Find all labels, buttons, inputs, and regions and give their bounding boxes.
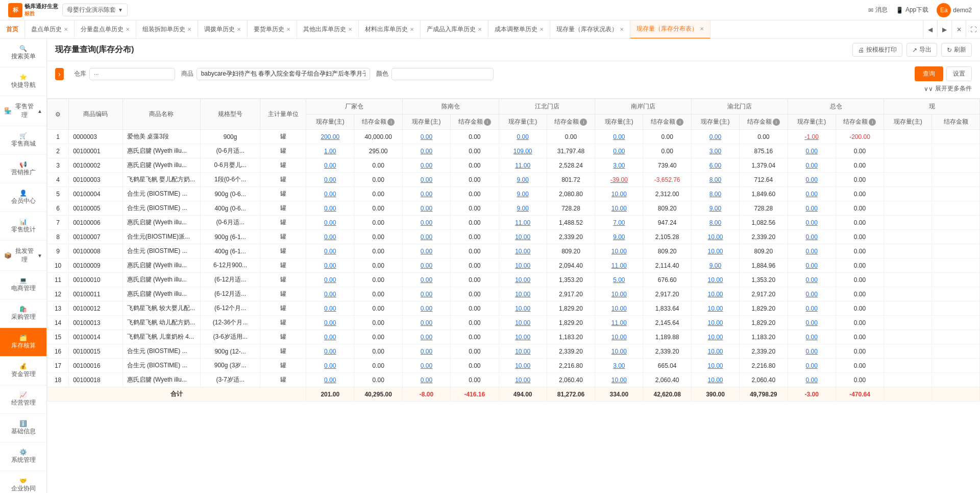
cell-jiangbei-stock[interactable]: 10.00	[499, 273, 547, 287]
cell-yubei-stock[interactable]: 8.00	[692, 216, 740, 230]
cell-yubei-stock[interactable]: 6.00	[692, 158, 740, 173]
cell-chennan-stock[interactable]: 0.00	[403, 144, 451, 158]
info-icon-nanan[interactable]: i	[676, 119, 683, 126]
tab-cost-adjust[interactable]: 成本调整单历史 ✕	[488, 20, 550, 39]
cell-nanan-stock[interactable]: 10.00	[595, 344, 643, 359]
cell-jiangbei-stock[interactable]: 109.00	[499, 144, 547, 158]
cell-factory-stock[interactable]: 0.00	[306, 230, 354, 244]
sidebar-item-inventory[interactable]: 🗂️ 库存核算	[0, 328, 46, 357]
cell-yubei-stock[interactable]: 9.00	[692, 259, 740, 273]
cell-jiangbei-stock[interactable]: 9.00	[499, 173, 547, 187]
tab-transfer[interactable]: 调拨单历史 ✕	[198, 20, 248, 39]
nav-maximize-btn[interactable]: ⛶	[966, 20, 980, 39]
cell-nanan-stock[interactable]: 10.00	[595, 287, 643, 301]
cell-total-stock[interactable]: 0.00	[788, 287, 836, 301]
cell-chennan-stock[interactable]: 0.00	[403, 201, 451, 216]
user-area[interactable]: Ea demo2	[937, 3, 972, 17]
cell-total-stock[interactable]: 0.00	[788, 259, 836, 273]
nav-close-btn[interactable]: ✕	[951, 20, 966, 39]
cell-chennan-stock[interactable]: 0.00	[403, 173, 451, 187]
cell-total-stock[interactable]: 0.00	[788, 373, 836, 387]
cell-chennan-stock[interactable]: 0.00	[403, 244, 451, 259]
tab-home[interactable]: 首页	[0, 20, 25, 39]
sidebar-item-system[interactable]: ⚙️ 系统管理	[0, 442, 46, 471]
cell-jiangbei-stock[interactable]: 10.00	[499, 301, 547, 316]
cell-jiangbei-stock[interactable]: 11.00	[499, 158, 547, 173]
message-btn[interactable]: ✉ 消息	[868, 6, 888, 14]
close-icon[interactable]: ✕	[237, 27, 241, 32]
nav-next-btn[interactable]: ▶	[937, 20, 951, 39]
cell-chennan-stock[interactable]: 0.00	[403, 158, 451, 173]
sidebar-item-finance[interactable]: 💰 资金管理	[0, 357, 46, 385]
cell-chennan-stock[interactable]: 0.00	[403, 216, 451, 230]
cell-factory-stock[interactable]: 1.00	[306, 144, 354, 158]
cell-total-stock[interactable]: 0.00	[788, 316, 836, 330]
cell-nanan-stock[interactable]: 11.00	[595, 316, 643, 330]
tab-assembly[interactable]: 组装拆卸单历史 ✕	[136, 20, 198, 39]
info-icon-total[interactable]: i	[869, 119, 876, 126]
tab-partial-count[interactable]: 分量盘点单历史 ✕	[75, 20, 136, 39]
cell-chennan-stock[interactable]: 0.00	[403, 373, 451, 387]
cell-nanan-stock[interactable]: 10.00	[595, 201, 643, 216]
close-icon[interactable]: ✕	[348, 27, 352, 32]
cell-jiangbei-stock[interactable]: 10.00	[499, 259, 547, 273]
nav-prev-btn[interactable]: ◀	[923, 20, 937, 39]
tab-inventory-count[interactable]: 盘点单历史 ✕	[25, 20, 75, 39]
cell-chennan-stock[interactable]: 0.00	[403, 344, 451, 359]
th-settings[interactable]: ⚙	[47, 99, 69, 130]
tab-requisition[interactable]: 要货单历史 ✕	[248, 20, 297, 39]
cell-chennan-stock[interactable]: 0.00	[403, 287, 451, 301]
sidebar-item-marketing[interactable]: 📢 营销推广	[0, 155, 46, 183]
warehouse-input[interactable]	[89, 68, 175, 80]
cell-chennan-stock[interactable]: 0.00	[403, 316, 451, 330]
cell-chennan-stock[interactable]: 0.00	[403, 273, 451, 287]
close-icon[interactable]: ✕	[126, 27, 130, 32]
cell-jiangbei-stock[interactable]: 10.00	[499, 244, 547, 259]
cell-factory-stock[interactable]: 0.00	[306, 259, 354, 273]
cell-total-stock[interactable]: -1.00	[788, 130, 836, 144]
app-download-btn[interactable]: 📱 App下载	[896, 6, 928, 14]
cell-factory-stock[interactable]: 0.00	[306, 359, 354, 373]
cell-factory-stock[interactable]: 0.00	[306, 173, 354, 187]
close-icon[interactable]: ✕	[540, 27, 544, 32]
cell-yubei-stock[interactable]: 0.00	[692, 130, 740, 144]
cell-nanan-stock[interactable]: 0.00	[595, 144, 643, 158]
cell-yubei-stock[interactable]: 8.00	[692, 187, 740, 201]
tab-other-out[interactable]: 其他出库单历史 ✕	[297, 20, 359, 39]
cell-total-stock[interactable]: 0.00	[788, 187, 836, 201]
cell-total-stock[interactable]: 0.00	[788, 244, 836, 259]
info-icon-jiangbei[interactable]: i	[580, 119, 587, 126]
cell-factory-stock[interactable]: 0.00	[306, 216, 354, 230]
cell-total-stock[interactable]: 0.00	[788, 144, 836, 158]
cell-nanan-stock[interactable]: 10.00	[595, 330, 643, 344]
cell-chennan-stock[interactable]: 0.00	[403, 230, 451, 244]
refresh-btn[interactable]: ↻ 刷新	[941, 43, 972, 57]
info-icon-yubei[interactable]: i	[773, 119, 780, 126]
cell-nanan-stock[interactable]: 10.00	[595, 373, 643, 387]
tab-material-out[interactable]: 材料出库单历史 ✕	[359, 20, 421, 39]
cell-yubei-stock[interactable]: 10.00	[692, 330, 740, 344]
cell-nanan-stock[interactable]: 10.00	[595, 244, 643, 259]
cell-jiangbei-stock[interactable]: 0.00	[499, 130, 547, 144]
cell-total-stock[interactable]: 0.00	[788, 158, 836, 173]
close-icon[interactable]: ✕	[700, 26, 704, 32]
close-icon[interactable]: ✕	[620, 27, 624, 32]
cell-jiangbei-stock[interactable]: 10.00	[499, 344, 547, 359]
cell-chennan-stock[interactable]: 0.00	[403, 187, 451, 201]
cell-yubei-stock[interactable]: 10.00	[692, 244, 740, 259]
cell-total-stock[interactable]: 0.00	[788, 173, 836, 187]
sidebar-item-retail-mall[interactable]: 🛒 零售商城	[0, 126, 46, 155]
cell-jiangbei-stock[interactable]: 10.00	[499, 287, 547, 301]
expand-conditions-btn[interactable]: ∨∨ 展开更多条件	[924, 84, 972, 93]
tab-stock-status[interactable]: 现存量（库存状况表）✕	[550, 20, 630, 39]
search-query-btn[interactable]: 查询	[915, 66, 943, 81]
cell-factory-stock[interactable]: 0.00	[306, 330, 354, 344]
cell-nanan-stock[interactable]: 7.00	[595, 216, 643, 230]
cell-factory-stock[interactable]: 0.00	[306, 344, 354, 359]
cell-nanan-stock[interactable]: -39.00	[595, 173, 643, 187]
sidebar-item-operations[interactable]: 📈 经营管理	[0, 385, 46, 414]
cell-nanan-stock[interactable]: 0.00	[595, 130, 643, 144]
cell-total-stock[interactable]: 0.00	[788, 230, 836, 244]
cell-factory-stock[interactable]: 0.00	[306, 373, 354, 387]
cell-nanan-stock[interactable]: 3.00	[595, 158, 643, 173]
